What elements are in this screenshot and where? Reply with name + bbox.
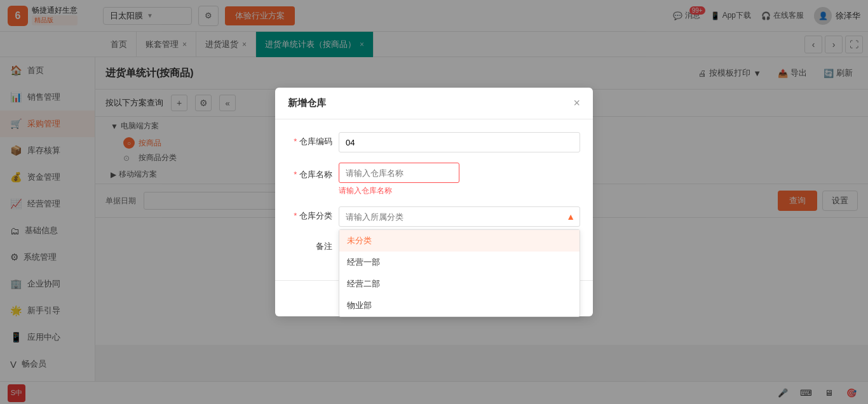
- category-dropdown: 未分类 经营一部 经营二部 物业部: [339, 229, 580, 317]
- modal-header: 新增仓库 ×: [275, 88, 593, 119]
- chevron-up-icon[interactable]: ▲: [566, 212, 575, 222]
- dropdown-item-2[interactable]: 经营二部: [339, 273, 580, 295]
- name-label: 仓库名称: [288, 165, 332, 180]
- dropdown-item-3[interactable]: 物业部: [339, 295, 580, 316]
- dropdown-item-0[interactable]: 未分类: [339, 230, 580, 252]
- new-warehouse-modal: 新增仓库 × 仓库编码 仓库名称 请输入仓库名称 仓库分类: [275, 88, 593, 316]
- dropdown-item-1[interactable]: 经营一部: [339, 252, 580, 273]
- modal-title: 新增仓库: [288, 97, 326, 109]
- name-input[interactable]: [339, 163, 459, 183]
- code-field-row: 仓库编码: [288, 132, 580, 152]
- modal-close-button[interactable]: ×: [573, 97, 580, 110]
- name-error-msg: 请输入仓库名称: [339, 186, 392, 195]
- category-input[interactable]: [339, 206, 580, 227]
- code-input[interactable]: [339, 132, 580, 152]
- category-selector: ▲ 未分类 经营一部 经营二部 物业部: [339, 206, 580, 227]
- code-label: 仓库编码: [288, 132, 332, 147]
- name-field-row: 仓库名称 请输入仓库名称: [288, 163, 580, 196]
- notes-label: 备注: [288, 237, 332, 252]
- category-label: 仓库分类: [288, 206, 332, 222]
- category-field-row: 仓库分类 ▲ 未分类 经营一部 经营二部 物业部: [288, 206, 580, 227]
- modal-overlay: 新增仓库 × 仓库编码 仓库名称 请输入仓库名称 仓库分类: [0, 0, 868, 404]
- modal-body: 仓库编码 仓库名称 请输入仓库名称 仓库分类 ▲: [275, 119, 593, 280]
